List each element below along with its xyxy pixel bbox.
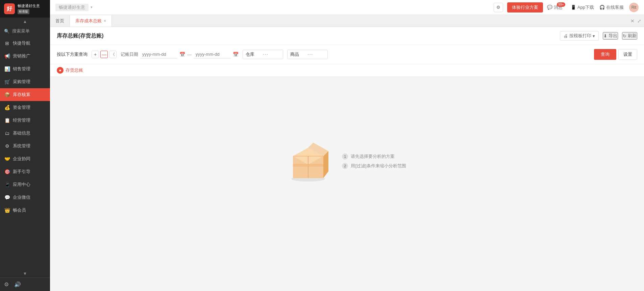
tab-inventory-ledger[interactable]: 库存成本总账 × — [70, 15, 112, 27]
sidebar-item-finance[interactable]: 💰 资金管理 — [0, 101, 50, 114]
export-icon: ⬇ — [603, 33, 607, 39]
header-settings-button[interactable]: ⚙ — [494, 3, 503, 12]
tab-home[interactable]: 首页 — [50, 15, 70, 27]
sidebar-item-app-center[interactable]: 📱 应用中心 — [0, 178, 50, 191]
svg-rect-6 — [293, 164, 323, 167]
sidebar-item-member[interactable]: 👑 畅会员 — [0, 204, 50, 217]
sidebar-bottom: ⚙ 🔊 — [0, 277, 50, 291]
header-right: 💬 消息 99+ 📱 App下载 🎧 在线客服 Rit — [547, 3, 639, 12]
sub-filter-inventory-ledger[interactable]: ★ 存货总账 — [57, 67, 83, 74]
empty-tips: 1 请先选择要分析的方案 2 用[过滤]条件来缩小分析范围 — [342, 153, 406, 169]
sidebar-scroll-down[interactable]: ▼ — [0, 270, 50, 277]
phone-icon: 📱 — [571, 5, 576, 10]
marketing-icon: 📢 — [4, 53, 10, 59]
settings-button[interactable]: 设置 — [618, 49, 637, 60]
sidebar-item-wechat[interactable]: 💬 企业微信 — [0, 191, 50, 204]
purchase-icon: 🛒 — [4, 79, 10, 84]
tip-number-1: 1 — [342, 153, 348, 160]
sidebar-scroll-up[interactable]: ▲ — [0, 18, 50, 25]
sidebar-item-marketing[interactable]: 📢 营销推广 — [0, 50, 50, 63]
avatar[interactable]: Rit — [629, 3, 639, 12]
sidebar-item-quick-nav[interactable]: ⊞ 快捷导航 — [0, 37, 50, 50]
print-button[interactable]: 🖨 按模板打印 ▾ — [560, 31, 599, 41]
breadcrumb: 畅捷通好生意 ▾ — [55, 4, 490, 11]
product-dots-icon: ··· — [307, 51, 325, 57]
basic-icon: 🗂 — [4, 130, 10, 136]
filter-add-button[interactable]: + — [92, 51, 99, 58]
sidebar-item-operations[interactable]: 📋 经营管理 — [0, 114, 50, 127]
star-icon: ★ — [57, 67, 64, 74]
sidebar-item-system[interactable]: ⚙ 系统管理 — [0, 140, 50, 152]
wechat-icon: 💬 — [4, 195, 10, 200]
query-button[interactable]: 查询 — [594, 49, 616, 60]
app-center-icon: 📱 — [4, 182, 10, 187]
date-filter-field: 记账日期 📅 — 📅 — [121, 50, 239, 58]
date-start-input[interactable] — [140, 50, 177, 58]
logo-text: 畅捷通好生意 标准版 — [18, 3, 40, 14]
gear-icon: ⚙ — [496, 5, 500, 10]
page-title: 库存总账(存货总账) — [57, 32, 104, 40]
empty-tip-1: 1 请先选择要分析的方案 — [342, 153, 406, 160]
cooperation-icon: 🤝 — [4, 156, 10, 162]
industry-solution-button[interactable]: 体验行业方案 — [507, 2, 543, 13]
window-resize-button[interactable]: ⤢ — [637, 18, 641, 24]
tab-bar: 首页 库存成本总账 × ✕ ⤢ — [50, 15, 644, 27]
sidebar-item-purchase[interactable]: 🛒 采购管理 — [0, 75, 50, 88]
sidebar-item-cooperation[interactable]: 🤝 企业协同 — [0, 152, 50, 165]
filter-minus-button[interactable]: — — [100, 51, 108, 58]
filter-scheme-label: 按以下方案查询 — [57, 51, 88, 57]
page-content: 库存总账(存货总账) 🖨 按模板打印 ▾ ⬇ 导出 ↻ 刷新 按以下方案查询 — [50, 27, 644, 291]
sidebar: 好 畅捷通好生意 标准版 ▲ 🔍 搜索菜单 ⊞ 快捷导航 📢 营销推广 📊 销售… — [0, 0, 50, 291]
empty-tip-2: 2 用[过滤]条件来缩小分析范围 — [342, 163, 406, 169]
sidebar-item-basic[interactable]: 🗂 基础信息 — [0, 127, 50, 140]
empty-state-content: 1 请先选择要分析的方案 2 用[过滤]条件来缩小分析范围 — [288, 141, 406, 181]
sub-filter-bar: ★ 存货总账 — [50, 64, 644, 77]
warehouse-select[interactable]: 仓库 ··· — [243, 50, 283, 59]
breadcrumb-text: 畅捷通好生意 — [55, 4, 89, 11]
message-icon: 💬 — [547, 5, 552, 10]
operations-icon: 📋 — [4, 118, 10, 123]
window-close-button[interactable]: ✕ — [630, 18, 635, 24]
calendar-start-icon[interactable]: 📅 — [179, 52, 185, 57]
refresh-button[interactable]: ↻ 刷新 — [622, 32, 637, 40]
filter-collapse-button[interactable]: 《 — [109, 51, 117, 58]
main-area: 畅捷通好生意 ▾ ⚙ 体验行业方案 💬 消息 99+ 📱 App下载 🎧 在线客… — [50, 0, 644, 291]
breadcrumb-chevron-icon: ▾ — [91, 5, 93, 9]
sales-icon: 📊 — [4, 66, 10, 72]
sidebar-item-guide[interactable]: 🎯 新手引导 — [0, 165, 50, 178]
content-area: 1 请先选择要分析的方案 2 用[过滤]条件来缩小分析范围 — [50, 77, 644, 246]
refresh-icon: ↻ — [623, 33, 626, 39]
sidebar-logo: 好 畅捷通好生意 标准版 — [0, 0, 50, 18]
filter-bar: 按以下方案查询 + — 《 记账日期 📅 — 📅 仓库 ··· 商品 ··· — [50, 45, 644, 64]
sidebar-nav: ⊞ 快捷导航 📢 营销推广 📊 销售管理 🛒 采购管理 📦 库存核算 💰 资金管… — [0, 37, 50, 270]
settings-bottom-icon[interactable]: ⚙ — [4, 281, 9, 288]
page-header: 库存总账(存货总账) 🖨 按模板打印 ▾ ⬇ 导出 ↻ 刷新 — [50, 27, 644, 45]
product-select[interactable]: 商品 ··· — [287, 50, 328, 59]
tab-window-controls: ✕ ⤢ — [112, 18, 644, 24]
top-header: 畅捷通好生意 ▾ ⚙ 体验行业方案 💬 消息 99+ 📱 App下载 🎧 在线客… — [50, 0, 644, 15]
headset-icon: 🎧 — [599, 5, 605, 10]
tab-close-icon[interactable]: × — [104, 19, 106, 23]
export-button[interactable]: ⬇ 导出 — [603, 32, 618, 40]
date-separator: — — [187, 52, 192, 57]
app-download-button[interactable]: 📱 App下载 — [571, 4, 594, 10]
empty-box-svg — [288, 141, 332, 181]
online-support-button[interactable]: 🎧 在线客服 — [599, 4, 624, 10]
sidebar-item-sales[interactable]: 📊 销售管理 — [0, 63, 50, 75]
date-end-input[interactable] — [194, 50, 231, 58]
filter-add-buttons: + — 《 — [92, 51, 117, 58]
search-icon: 🔍 — [4, 29, 9, 34]
guide-icon: 🎯 — [4, 169, 10, 174]
empty-state: 1 请先选择要分析的方案 2 用[过滤]条件来缩小分析范围 — [281, 114, 413, 209]
warehouse-dots-icon: ··· — [263, 51, 280, 57]
finance-icon: 💰 — [4, 105, 10, 110]
filter-actions: 查询 设置 — [594, 49, 637, 60]
messages-button[interactable]: 💬 消息 99+ — [547, 4, 563, 10]
sidebar-item-inventory[interactable]: 📦 库存核算 — [0, 88, 50, 101]
printer-icon: 🖨 — [564, 33, 568, 39]
speaker-icon[interactable]: 🔊 — [14, 281, 21, 288]
sidebar-search[interactable]: 🔍 搜索菜单 — [0, 25, 50, 37]
calendar-end-icon[interactable]: 📅 — [233, 52, 239, 57]
empty-illustration — [288, 141, 328, 181]
member-icon: 👑 — [4, 208, 10, 213]
